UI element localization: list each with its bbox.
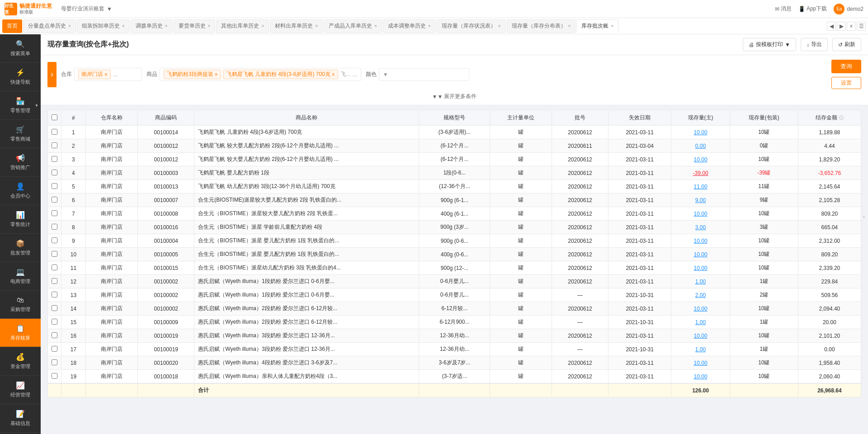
cell-qty-main[interactable]: 10.00 (671, 329, 730, 343)
tab-adjust[interactable]: 调拨单历史 × (131, 19, 173, 33)
sidebar-item-purchase[interactable]: 🛍 采购管理 (0, 291, 41, 319)
cell-checkbox[interactable] (48, 234, 61, 248)
cell-qty-main[interactable]: 10.00 (671, 261, 730, 275)
product-tag-2[interactable]: 飞鹤星飞帆 儿童奶粉 4段(3-6岁适用) 700克 × (223, 70, 338, 79)
warehouse-tag-nanangan[interactable]: 南岸门店 × (78, 70, 111, 79)
cell-qty-main[interactable]: 0.00 (671, 139, 730, 153)
remove-warehouse-tag[interactable]: × (104, 71, 108, 78)
tab-prev-btn[interactable]: ◀ (827, 22, 836, 31)
cell-checkbox[interactable] (48, 221, 61, 234)
color-tag-group[interactable]: ▼ (379, 68, 469, 81)
cell-checkbox[interactable] (48, 207, 61, 221)
sidebar-item-inventory[interactable]: 📋 库存核算 (0, 319, 41, 347)
tab-menu-btn[interactable]: ☰ (857, 22, 866, 31)
close-tab-batch[interactable]: × (611, 24, 613, 28)
close-tab-adjust[interactable]: × (165, 24, 168, 28)
cell-checkbox[interactable] (48, 248, 61, 261)
user-profile[interactable]: Ea demo2 (834, 4, 863, 14)
query-btn[interactable]: 查询 (831, 60, 861, 73)
sidebar-item-operation[interactable]: 📈 经营管理 (0, 376, 41, 404)
tab-product-in[interactable]: 产成品入库单历史 × (324, 19, 382, 33)
cell-checkbox[interactable] (48, 261, 61, 275)
cell-qty-main[interactable]: -39.00 (671, 166, 730, 180)
print-btn[interactable]: 🖨 按模板打印 ▼ (743, 38, 796, 51)
close-tab-material-out[interactable]: × (315, 24, 318, 28)
amount-info-icon[interactable]: ⓘ (839, 115, 844, 120)
sidebar-item-retail-shop[interactable]: 🛒 零售商城 (0, 120, 41, 148)
tab-home[interactable]: 首页 (2, 19, 22, 33)
cell-checkbox[interactable] (48, 193, 61, 207)
sidebar-item-marketing[interactable]: 📢 营销推广 (0, 148, 41, 177)
tab-disassemble[interactable]: 组装拆卸单历史 × (77, 19, 130, 33)
cell-qty-main[interactable]: 10.00 (671, 153, 730, 166)
cell-checkbox[interactable] (48, 275, 61, 288)
select-all-checkbox[interactable] (52, 114, 57, 120)
cell-checkbox[interactable] (48, 370, 61, 384)
close-tab-product-in[interactable]: × (374, 24, 377, 28)
tab-other-out[interactable]: 其他出库单历史 × (216, 19, 269, 33)
cell-qty-main[interactable]: 3.00 (671, 221, 730, 234)
tab-split-history[interactable]: 分量盘点单历史 × (23, 19, 76, 33)
tab-inventory-dist[interactable]: 现存量（库存分布表） × (507, 19, 576, 33)
cell-checkbox[interactable] (48, 166, 61, 180)
expand-more-btn[interactable]: ▼▼ 展开更多条件 (47, 93, 861, 100)
close-tab-split[interactable]: × (68, 24, 71, 28)
export-btn[interactable]: ↓ 导出 (801, 38, 828, 51)
close-tab-disassemble[interactable]: × (122, 24, 125, 28)
remove-product-tag-2[interactable]: × (332, 71, 335, 78)
cell-qty-main[interactable]: 2.00 (671, 288, 730, 302)
cell-qty-main[interactable]: 1.00 (671, 343, 730, 356)
warehouse-tag-group[interactable]: 南岸门店 × ... (74, 68, 142, 81)
th-check[interactable] (48, 110, 61, 126)
cell-checkbox[interactable] (48, 316, 61, 329)
tab-inventory-status[interactable]: 现存量（库存状况表） × (437, 19, 506, 33)
sidebar-item-wholesale[interactable]: 📦 批发管理 ▼ (0, 234, 41, 262)
cell-qty-main[interactable]: 10.00 (671, 207, 730, 221)
product-tag-1[interactable]: 飞鹤奶粉3段两提装 × (164, 70, 221, 79)
app-download-btn[interactable]: 📱 App下载 (798, 5, 827, 13)
remove-product-tag-1[interactable]: × (215, 71, 218, 78)
cell-checkbox[interactable] (48, 343, 61, 356)
sidebar-item-retail[interactable]: 🏪 零售管理 ▼ (0, 91, 41, 120)
sidebar-item-finance[interactable]: 💰 资金管理 (0, 347, 41, 376)
cell-qty-main[interactable]: 10.00 (671, 126, 730, 139)
cell-checkbox[interactable] (48, 302, 61, 316)
cell-qty-main[interactable]: 10.00 (671, 356, 730, 370)
close-tab-demand[interactable]: × (208, 24, 211, 28)
cell-qty-main[interactable]: 1.00 (671, 275, 730, 288)
cell-qty-main[interactable]: 10.00 (671, 248, 730, 261)
tab-next-btn[interactable]: ▶ (837, 22, 846, 31)
tab-demand[interactable]: 要货单历史 × (174, 19, 216, 33)
refresh-btn[interactable]: ↺ 刷新 (832, 38, 861, 51)
product-tag-group[interactable]: 飞鹤奶粉3段两提装 × 飞鹤星飞帆 儿童奶粉 4段(3-6岁适用) 700克 ×… (160, 68, 361, 81)
tab-close-btn[interactable]: × (847, 22, 856, 31)
cell-qty-main[interactable]: 1.00 (671, 316, 730, 329)
close-tab-other-out[interactable]: × (261, 24, 264, 28)
cell-qty-main[interactable]: 10.00 (671, 234, 730, 248)
sidebar-item-member[interactable]: 👤 会员中心 (0, 177, 41, 205)
close-tab-inv-dist[interactable]: × (568, 24, 571, 28)
cell-qty-main[interactable]: 10.00 (671, 370, 730, 384)
account-dropdown[interactable]: 母婴行业演示账套 ▼ (61, 5, 112, 13)
cell-checkbox[interactable] (48, 288, 61, 302)
cell-checkbox[interactable] (48, 153, 61, 166)
message-btn[interactable]: ✉ 消息 (775, 5, 792, 13)
tab-batch-voucher[interactable]: 库存批次账 × (576, 19, 618, 33)
cell-checkbox[interactable] (48, 126, 61, 139)
cell-qty-main[interactable]: 9.00 (671, 193, 730, 207)
filter-expand-btn[interactable]: › (47, 62, 57, 87)
tab-cost-adjust[interactable]: 成本调整单历史 × (383, 19, 436, 33)
cell-qty-main[interactable]: 11.00 (671, 180, 730, 193)
close-tab-inv-status[interactable]: × (498, 24, 501, 28)
setting-btn[interactable]: 设置 (831, 77, 861, 89)
sidebar-item-search[interactable]: 🔍 搜索英单 (0, 34, 41, 63)
sidebar-item-ecommerce[interactable]: 💻 电商管理 (0, 262, 41, 291)
sidebar-item-quicknav[interactable]: ⚡ 快捷导航 (0, 63, 41, 91)
tab-material-out[interactable]: 材料出库单历史 × (270, 19, 323, 33)
sidebar-item-retail-stats[interactable]: 📊 零售统计 (0, 205, 41, 234)
sidebar-item-basic[interactable]: 📝 基础信息 (0, 404, 41, 433)
cell-checkbox[interactable] (48, 180, 61, 193)
close-tab-cost-adjust[interactable]: × (428, 24, 431, 28)
cell-checkbox[interactable] (48, 329, 61, 343)
cell-checkbox[interactable] (48, 356, 61, 370)
